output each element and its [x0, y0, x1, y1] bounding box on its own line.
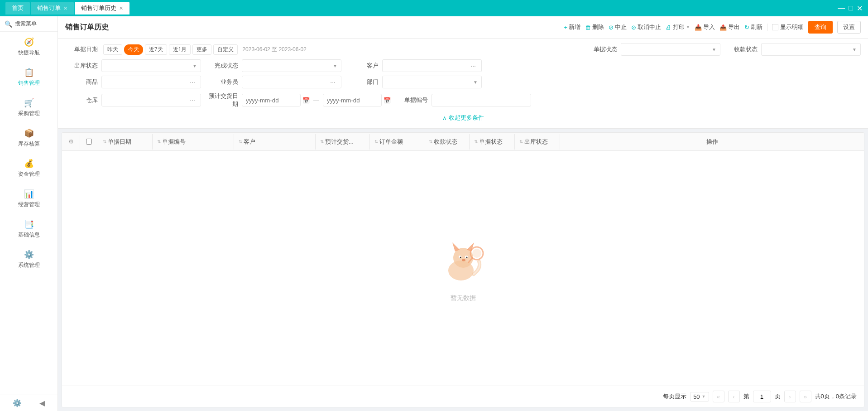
sidebar-label-quick-nav: 快捷导航 [18, 49, 40, 57]
payment-status-label: 收款状态 [725, 45, 761, 53]
order-no-input[interactable] [432, 94, 531, 106]
customer-ellipsis-btn[interactable]: ··· [469, 62, 478, 69]
page-unit: 页 [775, 392, 781, 401]
display-toggle-label: 显示明细 [780, 23, 804, 31]
tab-list: 首页 销售订单 ✕ 销售订单历史 ✕ [5, 2, 838, 15]
delete-button[interactable]: 🗑 删除 [585, 23, 604, 31]
sidebar-label-inventory: 库存核算 [18, 140, 40, 148]
last-page-btn[interactable]: » [800, 391, 811, 402]
page-size-select[interactable]: 50 ▼ [690, 392, 709, 401]
completion-status-arrow: ▼ [333, 63, 337, 68]
refresh-icon: ↻ [744, 24, 749, 31]
delivery-date-label: 预计交货日期 [206, 92, 242, 108]
completion-status-select[interactable]: ▼ [242, 59, 341, 72]
finance-icon: 💰 [24, 159, 34, 169]
window-close-btn[interactable]: ✕ [857, 4, 863, 13]
department-select[interactable]: ▼ [382, 76, 482, 88]
stop-button[interactable]: ⊘ 中止 [609, 23, 627, 31]
close-sales-order-tab[interactable]: ✕ [63, 5, 67, 11]
print-button[interactable]: 🖨 打印 ▼ [666, 23, 690, 31]
sidebar-item-sys-mgmt[interactable]: ⚙️ 系统管理 [0, 244, 58, 275]
print-icon: 🖨 [666, 24, 671, 31]
warehouse-label: 仓库 [65, 96, 101, 104]
sort-order-status-icon[interactable]: ⇅ [474, 139, 478, 144]
close-history-tab[interactable]: ✕ [119, 5, 123, 11]
sort-date-icon[interactable]: ⇅ [103, 139, 106, 144]
next-page-btn[interactable]: › [784, 391, 796, 402]
first-page-btn[interactable]: « [713, 391, 724, 402]
sort-delivery-icon[interactable]: ⇅ [320, 139, 324, 144]
total-label: 共0页，0条记录 [815, 392, 857, 401]
customer-label: 客户 [346, 62, 382, 70]
tab-sales-order-history[interactable]: 销售订单历史 ✕ [75, 2, 129, 15]
display-detail-checkbox[interactable] [772, 24, 778, 30]
sort-payment-icon[interactable]: ⇅ [429, 139, 432, 144]
sidebar-label-sales-mgmt: 销售管理 [18, 79, 40, 87]
th-outbound-status: ⇅ 出库状态 [515, 134, 560, 150]
tab-home[interactable]: 首页 [5, 2, 30, 15]
cancel-stop-button[interactable]: ⊘ 取消中止 [631, 23, 661, 31]
add-button[interactable]: + 新增 [564, 23, 580, 31]
sidebar-item-operations[interactable]: 📊 经营管理 [0, 184, 58, 214]
sidebar-settings-btn[interactable]: ⚙️ [13, 399, 22, 407]
date-yesterday-btn[interactable]: 昨天 [103, 44, 122, 55]
sidebar-item-finance[interactable]: 💰 资金管理 [0, 153, 58, 184]
sidebar-collapse-btn[interactable]: ◀ [39, 399, 45, 407]
th-customer: ⇅ 客户 [234, 134, 316, 150]
minimize-btn[interactable]: — [838, 4, 845, 13]
date-7days-btn[interactable]: 近7天 [145, 44, 167, 55]
outbound-status-select[interactable]: ▼ [101, 59, 201, 72]
settings-button[interactable]: 设置 [837, 21, 861, 34]
maximize-btn[interactable]: □ [849, 4, 853, 13]
sidebar-item-purchase-mgmt[interactable]: 🛒 采购管理 [0, 92, 58, 123]
sidebar-item-search[interactable]: 🔍 搜索菜单 [0, 16, 58, 32]
export-button[interactable]: 📤 导出 [719, 23, 740, 31]
warehouse-ellipsis-btn[interactable]: ··· [188, 97, 197, 104]
prev-page-btn[interactable]: ‹ [728, 391, 740, 402]
filter-row-1: 单据日期 昨天 今天 近7天 近1月 更多 自定义 2023-06-02 至 2… [65, 43, 861, 56]
delivery-date-end[interactable] [323, 94, 382, 106]
main-layout: 🔍 搜索菜单 🧭 快捷导航 📋 销售管理 🛒 采购管理 📦 库存核算 💰 资金管… [0, 16, 868, 411]
select-all-checkbox[interactable] [86, 139, 92, 145]
date-more-btn[interactable]: 更多 [192, 44, 211, 55]
refresh-button[interactable]: ↻ 刷新 [744, 23, 762, 31]
collapse-filters-btn[interactable]: ∧ 收起更多条件 [65, 112, 861, 124]
import-button[interactable]: 📥 导入 [695, 23, 715, 31]
salesperson-ellipsis-btn[interactable]: ··· [328, 78, 337, 86]
date-separator: — [313, 97, 319, 104]
sidebar-label-sys-mgmt: 系统管理 [18, 261, 40, 269]
payment-status-arrow: ▼ [852, 47, 857, 52]
sidebar-item-sales-mgmt[interactable]: 📋 销售管理 [0, 62, 58, 92]
th-settings[interactable]: ⚙ [62, 135, 80, 149]
sort-customer-icon[interactable]: ⇅ [239, 139, 242, 144]
product-ellipsis-btn[interactable]: ··· [188, 78, 197, 86]
date-label: 单据日期 [65, 45, 101, 53]
sidebar-item-inventory[interactable]: 📦 库存核算 [0, 123, 58, 153]
sort-amount-icon[interactable]: ⇅ [374, 139, 378, 144]
sort-order-no-icon[interactable]: ⇅ [157, 139, 161, 144]
date-calendar-icon-1[interactable]: 📅 [302, 97, 310, 104]
purchase-mgmt-icon: 🛒 [24, 98, 34, 108]
content-area: 销售订单历史 + 新增 🗑 删除 ⊘ 中止 ⊘ 取消中止 [58, 16, 868, 411]
date-custom-btn[interactable]: 自定义 [213, 44, 238, 55]
date-today-btn[interactable]: 今天 [124, 44, 143, 55]
payment-status-select[interactable]: ▼ [761, 43, 861, 56]
filter-row-4: 仓库 ··· 预计交货日期 📅 — 📅 单据编号 [65, 92, 861, 108]
date-1month-btn[interactable]: 近1月 [169, 44, 191, 55]
cancel-stop-icon: ⊘ [631, 24, 636, 31]
th-actions: 操作 [560, 134, 864, 150]
page-size-label: 每页显示 [663, 392, 686, 401]
order-status-select[interactable]: ▼ [621, 43, 720, 56]
query-button[interactable]: 查询 [808, 21, 833, 34]
sort-outbound-icon[interactable]: ⇅ [519, 139, 523, 144]
sidebar-item-base-info[interactable]: 📑 基础信息 [0, 214, 58, 244]
display-toggle[interactable]: 显示明细 [772, 23, 804, 31]
collapse-label: 收起更多条件 [449, 114, 484, 122]
th-checkbox[interactable] [80, 135, 98, 148]
sidebar-item-quick-nav[interactable]: 🧭 快捷导航 [0, 32, 58, 62]
print-dropdown-icon: ▼ [686, 25, 690, 29]
date-calendar-icon-2[interactable]: 📅 [384, 97, 391, 104]
delivery-date-start[interactable] [242, 94, 301, 106]
tab-sales-order[interactable]: 销售订单 ✕ [31, 2, 74, 15]
page-number-input[interactable] [753, 391, 771, 402]
